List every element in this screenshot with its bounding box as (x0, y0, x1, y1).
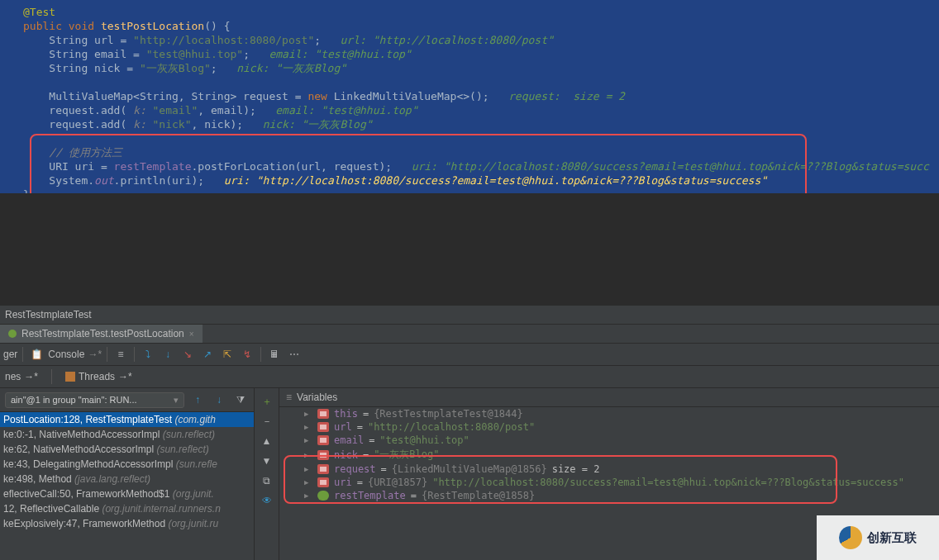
inline-hint: email: "test@hhui.top" (275, 104, 417, 116)
stack-frame[interactable]: ke:62, NativeMethodAccessorImpl (sun.ref… (0, 442, 254, 457)
stack-frame[interactable]: keExplosively:47, FrameworkMethod (org.j… (0, 516, 254, 531)
watches-icon[interactable]: 👁 (259, 492, 275, 509)
inline-hint: nick: "一灰灰Blog" (236, 62, 346, 74)
run-icon (8, 330, 17, 338)
debug-panel: RestTestmplateTest RestTestmplateTest.te… (0, 306, 939, 560)
next-frame-icon[interactable]: ↓ (211, 392, 227, 408)
code-editor[interactable]: @Test public void testPostLocation() { S… (0, 0, 939, 301)
frame-list[interactable]: PostLocation:128, RestTestmplateTest (co… (0, 412, 254, 531)
console-tab[interactable]: 📋 (28, 346, 45, 363)
inline-hint: url: "http://localhost:8080/post" (341, 34, 554, 46)
variables-label: Variables (297, 392, 337, 403)
threads-tab[interactable]: Threads →* (60, 369, 137, 384)
evaluate-icon[interactable]: 🖩 (266, 346, 283, 363)
variables-icon: ≡ (286, 392, 292, 403)
field-icon (317, 435, 329, 445)
more-icon[interactable]: ⋯ (286, 346, 303, 363)
annotation: @Test (23, 6, 55, 18)
stack-frame[interactable]: ke:498, Method (java.lang.reflect) (0, 472, 254, 486)
variable-row[interactable]: ▶url = "http://localhost:8080/post" (279, 420, 939, 434)
run-to-cursor-icon[interactable]: ↯ (239, 346, 255, 363)
up-icon[interactable]: ▲ (259, 433, 275, 449)
force-step-icon[interactable]: ↘ (179, 346, 196, 363)
chevron-down-icon: ▾ (174, 395, 179, 406)
console-label[interactable]: Console (48, 349, 84, 360)
field-icon (317, 422, 329, 432)
down-icon[interactable]: ▼ (259, 453, 275, 469)
prev-frame-icon[interactable]: ↑ (189, 392, 206, 408)
debug-tab-bar: RestTestmplateTest.testPostLocation × (0, 325, 939, 344)
filter-icon[interactable]: ⧩ (232, 392, 249, 408)
step-over-icon[interactable]: ⤵ (140, 346, 156, 363)
inline-hint: email: "test@hhui.top" (269, 48, 411, 60)
debug-tab-label: RestTestmplateTest.testPostLocation (21, 328, 184, 339)
frames-pane: ain"@1 in group "main": RUN...▾ ↑ ↓ ⧩ Po… (0, 388, 255, 560)
stack-frame[interactable]: ke:43, DelegatingMethodAccessorImpl (sun… (0, 457, 254, 472)
step-into-icon[interactable]: ↓ (160, 346, 176, 363)
step-out-icon[interactable]: ↗ (199, 346, 216, 363)
method-name: testPostLocation (101, 20, 204, 32)
frames-tab[interactable]: nes →* (0, 369, 43, 384)
debug-toolbar: ger 📋 Console →* ≡ ⤵ ↓ ↘ ↗ ⇱ ↯ 🖩 ⋯ (0, 344, 939, 366)
variable-row[interactable]: ▶email = "test@hhui.top" (279, 434, 939, 447)
threads-icon (65, 372, 75, 382)
variable-row[interactable]: ▶this = {RestTestmplateTest@1844} (279, 407, 939, 420)
stack-frame[interactable]: ke:0:-1, NativeMethodAccessorImpl (sun.r… (0, 427, 254, 442)
thread-selector[interactable]: ain"@1 in group "main": RUN...▾ (5, 392, 184, 408)
debug-tab[interactable]: RestTestmplateTest.testPostLocation × (0, 325, 203, 343)
inline-hint: request: size = 2 (508, 90, 625, 102)
remove-watch-icon[interactable]: － (259, 413, 275, 429)
watermark: 创新互联 (817, 515, 939, 560)
vars-gutter: ＋ － ▲ ▼ ⧉ 👁 (255, 388, 279, 560)
stack-frame[interactable]: eflectiveCall:50, FrameworkMethod$1 (org… (0, 486, 254, 501)
editor-empty-area (0, 193, 939, 301)
field-icon (317, 409, 329, 419)
close-icon[interactable]: × (189, 330, 194, 339)
inline-hint: nick: "一灰灰Blog" (263, 118, 373, 131)
add-watch-icon[interactable]: ＋ (259, 393, 275, 410)
watermark-icon (839, 526, 862, 549)
stack-frame[interactable]: 12, ReflectiveCallable (org.junit.intern… (0, 501, 254, 516)
drop-frame-icon[interactable]: ⇱ (219, 346, 236, 363)
breadcrumb[interactable]: RestTestmplateTest (0, 306, 939, 325)
copy-icon[interactable]: ⧉ (259, 472, 275, 489)
highlight-box (284, 455, 837, 504)
toolbar-btn[interactable]: ≡ (112, 346, 129, 363)
keyword: public void (23, 20, 94, 32)
tab-ger[interactable]: ger (3, 349, 17, 360)
stack-frame[interactable]: PostLocation:128, RestTestmplateTest (co… (0, 412, 254, 427)
